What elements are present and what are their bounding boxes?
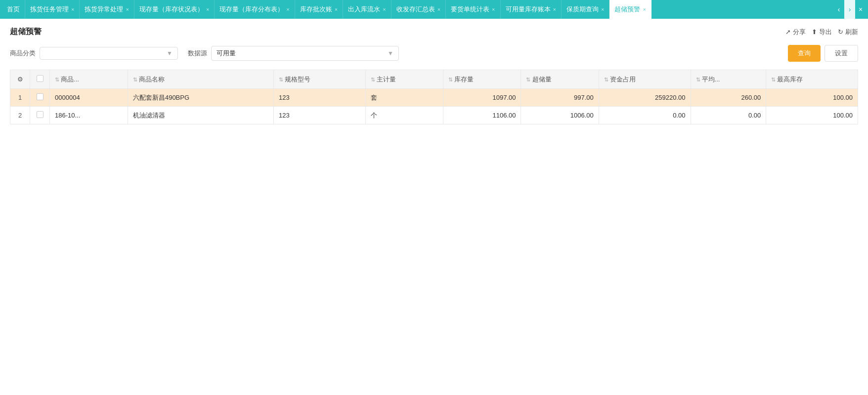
nav-order-stats[interactable]: 要货单统计表 × [446, 0, 500, 19]
nav-stock-dist[interactable]: 现存量（库存分布表） × [215, 0, 295, 19]
action-buttons: 查询 设置 [788, 45, 858, 62]
nav-abnormal[interactable]: 拣货异常处理 × [80, 0, 134, 19]
datasource-label: 数据源 [188, 49, 207, 58]
category-filter-group: 商品分类 ▼ [10, 47, 178, 60]
table-header-unit[interactable]: 主计量 [365, 70, 443, 89]
datasource-select[interactable]: 可用量 ▼ [211, 46, 399, 61]
nav-inout-flow[interactable]: 出入库流水 × [343, 0, 391, 19]
settings-button[interactable]: 设置 [825, 45, 858, 62]
close-inout-flow[interactable]: × [383, 6, 386, 12]
nav-avail-account[interactable]: 可用量库存账本 × [501, 0, 562, 19]
row-stock-qty: 1106.00 [443, 107, 521, 124]
nav-arrow-left[interactable]: ‹ [833, 0, 844, 19]
row-product-name: 机油滤清器 [128, 107, 273, 124]
row-gear-cell: 2 [10, 107, 30, 124]
table-header-overstock-qty[interactable]: 超储量 [521, 70, 599, 89]
row-unit: 套 [365, 89, 443, 107]
row-checkbox[interactable] [37, 111, 43, 118]
header-actions: ➚ 分享 ⬆ 导出 ↻ 刷新 [785, 28, 858, 37]
export-button[interactable]: ⬆ 导出 [812, 28, 832, 37]
row-checkbox-cell[interactable] [30, 89, 50, 107]
table-header-row: ⚙ 商品... 商品名称 规格型号 主计量 库存量 [10, 70, 858, 89]
row-stock-qty: 1097.00 [443, 89, 521, 107]
table-header-checkbox[interactable] [30, 70, 50, 89]
share-button[interactable]: ➚ 分享 [785, 28, 806, 37]
close-stock-status[interactable]: × [206, 6, 209, 12]
top-nav: 首页 拣货任务管理 × 拣货异常处理 × 现存量（库存状况表） × 现存量（库存… [0, 0, 868, 19]
row-checkbox[interactable] [37, 93, 43, 100]
table-header-max-stock[interactable]: 最高库存 [766, 70, 858, 89]
close-abnormal[interactable]: × [126, 6, 129, 12]
nav-overstock-warning[interactable]: 超储预警 × [609, 0, 651, 19]
category-dropdown-arrow: ▼ [167, 50, 173, 57]
category-label: 商品分类 [10, 49, 36, 58]
nav-batch-account[interactable]: 库存批次账 × [295, 0, 343, 19]
row-capital-use: 259220.00 [599, 89, 691, 107]
row-checkbox-cell[interactable] [30, 107, 50, 124]
close-batch-account[interactable]: × [335, 6, 338, 12]
header-checkbox[interactable] [37, 75, 43, 82]
table-row: 2 186-10... 机油滤清器 123 个 1106.00 1006.00 … [10, 107, 858, 124]
refresh-icon: ↻ [838, 28, 843, 36]
row-product-code: 186-10... [50, 107, 128, 124]
share-icon: ➚ [785, 28, 791, 36]
nav-quality-check[interactable]: 保质期查询 × [562, 0, 609, 19]
datasource-dropdown-arrow: ▼ [388, 50, 393, 57]
refresh-button[interactable]: ↻ 刷新 [838, 28, 858, 37]
datasource-value: 可用量 [217, 49, 236, 58]
row-overstock-qty: 1006.00 [521, 107, 599, 124]
close-task-mgmt[interactable]: × [71, 6, 74, 12]
nav-collect-summary[interactable]: 收发存汇总表 × [391, 0, 446, 19]
row-max-stock: 100.00 [766, 89, 858, 107]
row-unit: 个 [365, 107, 443, 124]
close-stock-dist[interactable]: × [286, 6, 289, 12]
table-header-product-code[interactable]: 商品... [50, 70, 128, 89]
nav-stock-status[interactable]: 现存量（库存状况表） × [134, 0, 215, 19]
query-button[interactable]: 查询 [788, 45, 821, 62]
nav-home[interactable]: 首页 [2, 0, 25, 19]
category-select[interactable]: ▼ [40, 47, 178, 60]
table-header-stock-qty[interactable]: 库存量 [443, 70, 521, 89]
data-table: ⚙ 商品... 商品名称 规格型号 主计量 库存量 [10, 70, 858, 124]
close-quality-check[interactable]: × [601, 6, 604, 12]
row-avg: 260.00 [691, 89, 766, 107]
row-spec: 123 [274, 89, 366, 107]
row-capital-use: 0.00 [599, 107, 691, 124]
row-product-code: 0000004 [50, 89, 128, 107]
close-order-stats[interactable]: × [492, 6, 495, 12]
datasource-filter-group: 数据源 可用量 ▼ [188, 46, 399, 61]
table-header-gear[interactable]: ⚙ [10, 70, 30, 89]
page-header: 超储预警 ➚ 分享 ⬆ 导出 ↻ 刷新 [10, 27, 858, 37]
page-title: 超储预警 [10, 27, 42, 37]
table-header-spec[interactable]: 规格型号 [274, 70, 366, 89]
gear-icon: ⚙ [17, 76, 23, 83]
close-overstock-warning[interactable]: × [643, 6, 646, 12]
row-avg: 0.00 [691, 107, 766, 124]
row-overstock-qty: 997.00 [521, 89, 599, 107]
table-header-product-name[interactable]: 商品名称 [128, 70, 273, 89]
page-container: 超储预警 ➚ 分享 ⬆ 导出 ↻ 刷新 商品分类 ▼ 数据源 [0, 19, 868, 132]
filter-row: 商品分类 ▼ 数据源 可用量 ▼ 查询 设置 [10, 45, 858, 62]
row-max-stock: 100.00 [766, 107, 858, 124]
row-product-name: 六配套新昌490BPG [128, 89, 273, 107]
export-icon: ⬆ [812, 28, 817, 36]
row-spec: 123 [274, 107, 366, 124]
close-avail-account[interactable]: × [553, 6, 556, 12]
row-gear-cell: 1 [10, 89, 30, 107]
close-collect-summary[interactable]: × [437, 6, 440, 12]
nav-arrows: ‹ › × [833, 0, 866, 19]
nav-arrow-right[interactable]: › [844, 0, 855, 19]
table-header-capital-use[interactable]: 资金占用 [599, 70, 691, 89]
table-row: 1 0000004 六配套新昌490BPG 123 套 1097.00 997.… [10, 89, 858, 107]
nav-task-mgmt[interactable]: 拣货任务管理 × [25, 0, 80, 19]
table-header-avg[interactable]: 平均... [691, 70, 766, 89]
nav-arrow-close[interactable]: × [855, 0, 866, 19]
